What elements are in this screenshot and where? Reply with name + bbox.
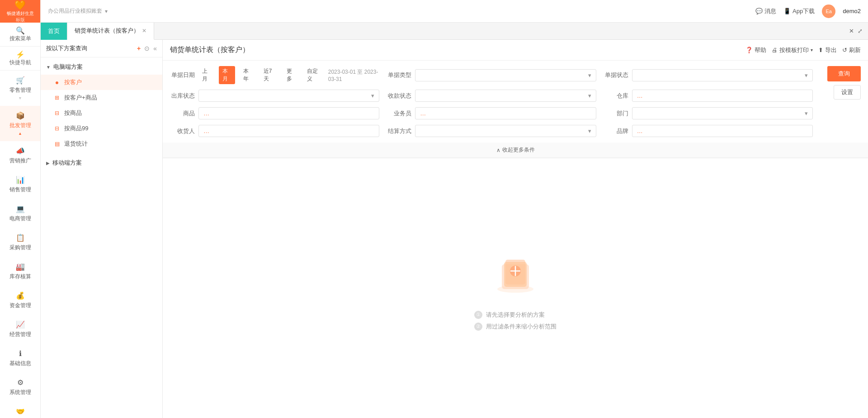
date-btn-custom[interactable]: 自定义: [303, 66, 324, 84]
pay-status-field: 收款状态 ▾: [387, 90, 596, 102]
goods-input[interactable]: …: [198, 107, 379, 119]
voucher-status-select[interactable]: ▾: [632, 69, 813, 81]
staff-placeholder: …: [420, 110, 426, 117]
scheme-item-by-customer-goods[interactable]: ⊞ 按客户+商品: [41, 90, 162, 105]
voucher-type-select[interactable]: ▾: [415, 69, 596, 81]
sidebar-item-finance[interactable]: 💰 资金管理: [0, 286, 40, 315]
tab-home[interactable]: 首页: [41, 23, 67, 40]
collapse-label: 收起更多条件: [502, 146, 535, 154]
goods-field: 商品 …: [170, 107, 379, 119]
finance-icon: 💰: [16, 291, 25, 300]
right-content: 销货单统计表（按客户） ❓ 帮助 🖨 按模板打印 ▾ ⬆ 导出: [163, 40, 868, 418]
scheme-settings-icon[interactable]: ⊙: [144, 45, 150, 52]
brand-placeholder: …: [637, 128, 643, 134]
scheme-item-by-goods[interactable]: ⊟ 按商品: [41, 105, 162, 121]
by-customer-goods-icon: ⊞: [53, 95, 61, 101]
user-name[interactable]: demo2: [843, 8, 861, 14]
sidebar-quick-nav[interactable]: ⚡ 快捷导航: [0, 47, 40, 71]
by-goods-icon: ⊟: [53, 110, 61, 116]
sidebar-management-label: 经营管理: [9, 331, 31, 338]
date-btn-last-7days[interactable]: 近7天: [260, 66, 278, 84]
export-label: 导出: [825, 46, 837, 54]
user-avatar[interactable]: Ea: [822, 5, 835, 18]
brand-input[interactable]: …: [632, 125, 813, 137]
date-field: 单据日期 上月 本月 本年 近7天 更多 自定义 2023-03-01 至 20…: [170, 66, 379, 84]
query-button[interactable]: 查询: [827, 66, 861, 81]
date-btn-this-month[interactable]: 本月: [219, 66, 235, 84]
logo-icon: 🧡: [14, 0, 26, 10]
maximize-icon[interactable]: ⤢: [858, 28, 863, 34]
sidebar-item-ecommerce[interactable]: 💻 电商管理: [0, 199, 40, 228]
tab-sales-stats[interactable]: 销货单统计表（按客户） ✕: [67, 23, 154, 40]
step2-number: ②: [474, 323, 482, 331]
scheme-actions: + ⊙ «: [137, 45, 157, 52]
tab-close-icon[interactable]: ✕: [142, 28, 146, 34]
settings-button[interactable]: 设置: [834, 85, 861, 100]
export-icon: ⬆: [818, 47, 823, 53]
date-btn-this-year[interactable]: 本年: [240, 66, 255, 84]
brand-label: 品牌: [604, 127, 628, 135]
sidebar-item-collab[interactable]: 🤝 企业协同: [0, 402, 40, 418]
scheme-add-icon[interactable]: +: [137, 45, 141, 52]
retail-icon: 🛒: [16, 76, 25, 85]
purchase-icon: 📋: [16, 233, 25, 242]
sidebar-sales-label: 销售管理: [9, 186, 31, 194]
collab-icon: 🤝: [16, 407, 25, 416]
help-action[interactable]: ❓ 帮助: [745, 46, 766, 54]
marketing-icon: 📣: [16, 147, 25, 155]
user-initials: Ea: [826, 9, 832, 14]
print-action[interactable]: 🖨 按模板打印 ▾: [772, 46, 813, 54]
page-title-bar: 销货单统计表（按客户） ❓ 帮助 🖨 按模板打印 ▾ ⬆ 导出: [163, 40, 868, 61]
sidebar: 🧡 畅捷通好生意 标版 🔍 搜索菜单 ⚡ 快捷导航 🛒 零售管理 ▼ 📦 批发管…: [0, 0, 41, 418]
staff-input[interactable]: …: [415, 107, 596, 119]
app-download-action[interactable]: 📱 App下载: [783, 7, 815, 15]
sidebar-item-marketing[interactable]: 📣 营销推广: [0, 141, 40, 170]
recipient-input[interactable]: …: [198, 125, 379, 137]
company-selector[interactable]: 办公用品行业模拟账套 ▾: [48, 7, 748, 15]
sidebar-item-purchase[interactable]: 📋 采购管理: [0, 228, 40, 257]
scheme-item-by-goods99[interactable]: ⊟ 按商品99: [41, 121, 162, 136]
warehouse-input[interactable]: …: [632, 90, 813, 102]
scheme-group-pc-title[interactable]: ▼ 电脑端方案: [41, 59, 162, 75]
sidebar-item-management[interactable]: 📈 经营管理: [0, 315, 40, 344]
scheme-group-mobile-title[interactable]: ▶ 移动端方案: [41, 155, 162, 171]
sidebar-item-basic[interactable]: ℹ 基础信息: [0, 344, 40, 373]
out-status-select[interactable]: ▾: [198, 90, 379, 102]
scheme-panel: 按以下方案查询 + ⊙ « ▼ 电脑端方案 ● 按客户 ⊞: [41, 40, 163, 418]
sidebar-item-sales[interactable]: 📊 销售管理: [0, 170, 40, 199]
help-icon: ❓: [745, 47, 753, 53]
help-label: 帮助: [755, 46, 766, 54]
message-action[interactable]: 💬 消息: [755, 7, 776, 15]
tab-home-label: 首页: [48, 27, 60, 35]
department-select[interactable]: ▾: [632, 107, 813, 119]
department-field: 部门 ▾: [604, 107, 813, 119]
refresh-action[interactable]: ↺ 刷新: [842, 46, 861, 54]
payment-select[interactable]: ▾: [415, 125, 596, 137]
sidebar-item-system[interactable]: ⚙ 系统管理: [0, 373, 40, 402]
content-area: 按以下方案查询 + ⊙ « ▼ 电脑端方案 ● 按客户 ⊞: [41, 40, 868, 418]
scheme-item-by-customer[interactable]: ● 按客户: [41, 75, 162, 90]
pc-group-arrow-icon: ▼: [46, 65, 51, 70]
collapse-bar[interactable]: ∧ 收起更多条件: [163, 142, 868, 158]
ecommerce-icon: 💻: [16, 204, 25, 213]
date-btn-more[interactable]: 更多: [283, 66, 299, 84]
pc-group-label: 电脑端方案: [53, 63, 83, 71]
return-stats-icon: ▤: [53, 141, 61, 147]
logo-text: 畅捷通好生意: [7, 10, 34, 17]
sidebar-item-retail[interactable]: 🛒 零售管理 ▼: [0, 71, 40, 106]
date-btn-last-month[interactable]: 上月: [198, 66, 214, 84]
scheme-header: 按以下方案查询 + ⊙ «: [41, 40, 162, 57]
out-status-field: 出库状态 ▾: [170, 90, 379, 102]
sidebar-search[interactable]: 🔍 搜索菜单: [0, 23, 40, 47]
scheme-collapse-icon[interactable]: «: [153, 45, 157, 52]
export-action[interactable]: ⬆ 导出: [818, 46, 837, 54]
sidebar-item-inventory[interactable]: 🏭 库存核算: [0, 257, 40, 286]
sidebar-item-wholesale[interactable]: 📦 批发管理 ▲: [0, 106, 40, 141]
by-goods-label: 按商品: [64, 109, 82, 117]
by-customer-goods-label: 按客户+商品: [64, 94, 97, 102]
tab-maximize: ✕ ⤢: [844, 28, 868, 34]
voucher-status-chevron-icon: ▾: [805, 72, 808, 79]
pay-status-select[interactable]: ▾: [415, 90, 596, 102]
scheme-item-return-stats[interactable]: ▤ 退货统计: [41, 136, 162, 152]
close-window-icon[interactable]: ✕: [849, 28, 854, 34]
